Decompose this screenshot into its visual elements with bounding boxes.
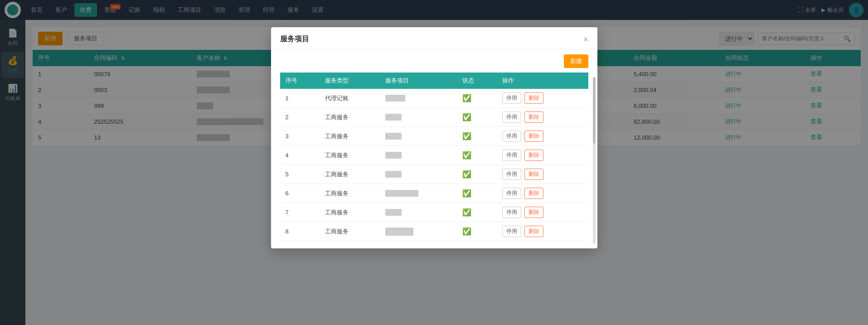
modal-table-row: 2 工商服务 ████ ✅ 停用 删除	[280, 108, 588, 127]
modal-cell-type: 工商服务	[320, 203, 380, 222]
modal-table-row: 1 代理记账 ████1 ✅ 停用 删除	[280, 89, 588, 108]
item-name-blurred: ████████	[385, 190, 419, 197]
modal-cell-type: 工商服务	[320, 127, 380, 146]
modal-cell-item: ████	[380, 203, 457, 222]
modal-col-seq: 序号	[280, 73, 320, 89]
modal-cell-type: 代理记账	[320, 89, 380, 108]
modal-cell-seq: 5	[280, 165, 320, 184]
modal-cell-action: 停用 删除	[497, 184, 588, 203]
stop-button[interactable]: 停用	[502, 169, 521, 180]
modal-cell-action: 停用 删除	[497, 89, 588, 108]
modal-cell-action: 停用 删除	[497, 146, 588, 165]
item-name-blurred: ████	[385, 152, 402, 159]
modal-cell-type: 工商服务	[320, 222, 380, 241]
stop-button[interactable]: 停用	[502, 92, 521, 104]
modal-cell-status: ✅	[457, 222, 496, 241]
modal-cell-status: ✅	[457, 146, 496, 165]
modal-col-type: 服务类型	[320, 73, 380, 89]
modal-col-status: 状态	[457, 73, 496, 89]
item-name-blurred: ████1	[385, 95, 405, 102]
modal-cell-item: ████1	[380, 89, 457, 108]
modal-cell-type: 工商服务	[320, 184, 380, 203]
modal-cell-type: 工商服务	[320, 108, 380, 127]
modal-cell-status: ✅	[457, 165, 496, 184]
modal-cell-seq: 8	[280, 222, 320, 241]
modal-table-row: 5 工商服务 ████ ✅ 停用 删除	[280, 165, 588, 184]
modal-cell-seq: 1	[280, 89, 320, 108]
delete-button[interactable]: 删除	[524, 131, 543, 142]
status-check-icon: ✅	[462, 132, 471, 140]
stop-button[interactable]: 停用	[502, 112, 521, 123]
delete-button[interactable]: 删除	[524, 207, 543, 218]
modal-cell-status: ✅	[457, 203, 496, 222]
modal-body: 序号 服务类型 服务项目 状态 操作 1 代理记账 ████1 ✅ 停用 删除 …	[271, 73, 597, 248]
stop-button[interactable]: 停用	[502, 150, 521, 161]
item-name-blurred: ████	[385, 114, 402, 121]
delete-button[interactable]: 删除	[524, 150, 543, 161]
modal-cell-status: ✅	[457, 89, 496, 108]
modal-cell-seq: 3	[280, 127, 320, 146]
modal-cell-item: ████	[380, 165, 457, 184]
status-check-icon: ✅	[462, 94, 471, 102]
status-check-icon: ✅	[462, 151, 471, 159]
status-check-icon: ✅	[462, 189, 471, 197]
modal-cell-item: ████	[380, 146, 457, 165]
item-name-blurred: ████注册	[385, 228, 414, 236]
modal-cell-item: ████注册	[380, 222, 457, 241]
modal-table-row: 4 工商服务 ████ ✅ 停用 删除	[280, 146, 588, 165]
modal-cell-seq: 7	[280, 203, 320, 222]
delete-button[interactable]: 删除	[524, 112, 543, 123]
modal-cell-type: 工商服务	[320, 165, 380, 184]
modal-title: 服务项目	[280, 34, 309, 44]
modal-cell-action: 停用 删除	[497, 222, 588, 241]
modal-overlay[interactable]: 服务项目 × 新建 序号 服务类型 服务项目 状态 操作 1 代理记账 ████	[0, 0, 868, 325]
modal-cell-status: ✅	[457, 127, 496, 146]
service-items-modal: 服务项目 × 新建 序号 服务类型 服务项目 状态 操作 1 代理记账 ████	[271, 27, 597, 248]
item-name-blurred: ████	[385, 171, 402, 178]
modal-table-row: 8 工商服务 ████注册 ✅ 停用 删除	[280, 222, 588, 241]
modal-toolbar: 新建	[271, 50, 597, 73]
modal-cell-status: ✅	[457, 184, 496, 203]
modal-cell-status: ✅	[457, 108, 496, 127]
delete-button[interactable]: 删除	[524, 92, 543, 104]
modal-header: 服务项目 ×	[271, 27, 597, 50]
item-name-blurred: ████	[385, 133, 402, 140]
modal-cell-action: 停用 删除	[497, 165, 588, 184]
modal-table-row: 3 工商服务 ████ ✅ 停用 删除	[280, 127, 588, 146]
modal-close-button[interactable]: ×	[583, 35, 588, 44]
modal-cell-seq: 4	[280, 146, 320, 165]
modal-cell-item: ████	[380, 108, 457, 127]
modal-table-row: 6 工商服务 ████████ ✅ 停用 删除	[280, 184, 588, 203]
modal-col-action: 操作	[497, 73, 588, 89]
modal-col-item: 服务项目	[380, 73, 457, 89]
stop-button[interactable]: 停用	[502, 188, 521, 199]
modal-cell-action: 停用 删除	[497, 127, 588, 146]
status-check-icon: ✅	[462, 209, 471, 216]
delete-button[interactable]: 删除	[524, 169, 543, 180]
modal-cell-action: 停用 删除	[497, 108, 588, 127]
stop-button[interactable]: 停用	[502, 131, 521, 142]
modal-cell-seq: 2	[280, 108, 320, 127]
service-items-table: 序号 服务类型 服务项目 状态 操作 1 代理记账 ████1 ✅ 停用 删除 …	[280, 73, 588, 241]
modal-cell-type: 工商服务	[320, 146, 380, 165]
item-name-blurred: ████	[385, 209, 402, 216]
delete-button[interactable]: 删除	[524, 226, 543, 237]
scrollbar-track	[593, 77, 596, 244]
modal-cell-seq: 6	[280, 184, 320, 203]
stop-button[interactable]: 停用	[502, 226, 521, 237]
status-check-icon: ✅	[462, 228, 471, 235]
modal-cell-action: 停用 删除	[497, 203, 588, 222]
status-check-icon: ✅	[462, 170, 471, 178]
modal-table-row: 7 工商服务 ████ ✅ 停用 删除	[280, 203, 588, 222]
stop-button[interactable]: 停用	[502, 207, 521, 218]
modal-cell-item: ████████	[380, 184, 457, 203]
modal-new-button[interactable]: 新建	[564, 54, 588, 68]
delete-button[interactable]: 删除	[524, 188, 543, 199]
status-check-icon: ✅	[462, 113, 471, 121]
scrollbar-thumb[interactable]	[593, 77, 596, 144]
modal-cell-item: ████	[380, 127, 457, 146]
